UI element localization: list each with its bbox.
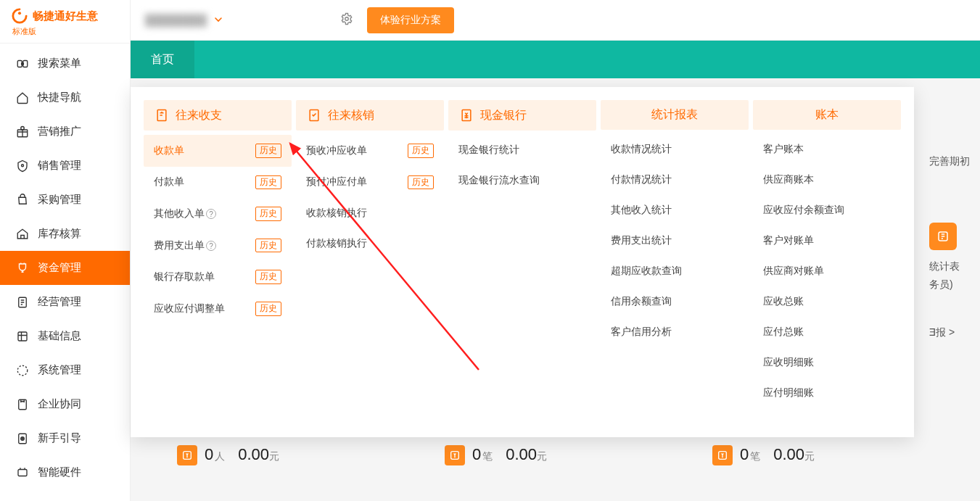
nav-item-3[interactable]: 销售管理	[0, 149, 130, 183]
history-tag[interactable]: 历史	[255, 207, 281, 221]
mega-menu: 往来收支收款单历史付款单历史其他收入单?历史费用支出单?历史银行存取款单历史应收…	[131, 87, 914, 437]
nav-item-6[interactable]: 资金管理	[0, 251, 130, 285]
mega-item[interactable]: 客户对账单	[753, 225, 901, 256]
mega-column-2: 现金银行现金银行统计现金银行流水查询	[448, 100, 596, 408]
mega-item-label: 客户信用分析	[611, 326, 672, 339]
mega-item[interactable]: 供应商对账单	[753, 256, 901, 286]
help-icon[interactable]: ?	[206, 241, 216, 251]
mega-item[interactable]: 现金银行统计	[448, 135, 596, 165]
nav-item-8[interactable]: 基础信息	[0, 319, 130, 353]
mega-column-title: 往来核销	[328, 108, 374, 123]
stat-icon	[445, 445, 465, 465]
nav-list: 搜索菜单快捷导航营销推广销售管理采购管理库存核算资金管理经营管理基础信息系统管理…	[0, 44, 130, 501]
svg-rect-12	[18, 469, 27, 476]
mega-column-title: 统计报表	[651, 107, 698, 123]
mega-item-label: 其他收入统计	[611, 204, 672, 217]
nav-item-10[interactable]: 企业协同	[0, 387, 130, 421]
mega-column-title: 现金银行	[480, 108, 527, 123]
mega-column-title: 往来收支	[176, 108, 222, 123]
nav-item-0[interactable]: 搜索菜单	[0, 46, 130, 80]
svg-rect-7	[18, 332, 27, 341]
mega-item-label: 应付明细账	[763, 386, 814, 399]
nav-item-12[interactable]: 智能硬件	[0, 455, 130, 489]
mega-item[interactable]: 收款情况统计	[601, 134, 749, 165]
help-icon[interactable]: ?	[206, 209, 216, 219]
stat-block: 0人0.00元	[177, 445, 416, 465]
tab-home[interactable]: 首页	[131, 41, 194, 78]
history-tag[interactable]: 历史	[255, 239, 281, 253]
history-tag[interactable]: 历史	[255, 302, 281, 316]
industry-plan-button[interactable]: 体验行业方案	[367, 7, 454, 33]
history-tag[interactable]: 历史	[408, 144, 434, 158]
mega-item[interactable]: 预付冲应付单历史	[296, 167, 444, 199]
mega-item[interactable]: 付款单历史	[144, 167, 292, 199]
nav-label: 经营管理	[38, 295, 81, 309]
nav-item-2[interactable]: 营销推广	[0, 115, 130, 149]
mega-item-label: 供应商账本	[763, 173, 814, 186]
mega-item[interactable]: 应收明细账	[753, 347, 901, 378]
nav-icon	[16, 364, 29, 377]
mega-item[interactable]: 预收冲应收单历史	[296, 135, 444, 167]
topbar: ████████ 体验行业方案	[131, 0, 980, 41]
svg-point-13	[345, 17, 349, 21]
sidebar: 畅捷通好生意 标准版 搜索菜单快捷导航营销推广销售管理采购管理库存核算资金管理经…	[0, 0, 131, 501]
mega-item[interactable]: 付款核销执行	[296, 228, 444, 259]
nav-label: 智能硬件	[38, 465, 81, 479]
mega-item[interactable]: 费用支出统计	[601, 225, 749, 256]
nav-icon	[16, 160, 29, 173]
nav-icon	[16, 398, 29, 411]
nav-icon	[16, 432, 29, 445]
cash-icon	[458, 107, 474, 123]
mega-item[interactable]: 费用支出单?历史	[144, 230, 292, 262]
mega-item[interactable]: 供应商账本	[753, 165, 901, 195]
mega-item[interactable]: 客户账本	[753, 134, 901, 165]
stat-block: 0笔0.00元	[712, 445, 951, 465]
stat-icon	[712, 445, 733, 465]
nav-label: 基础信息	[38, 329, 81, 343]
nav-icon	[16, 91, 29, 104]
nav-item-11[interactable]: 新手引导	[0, 421, 130, 455]
history-tag[interactable]: 历史	[408, 175, 434, 190]
history-tag[interactable]: 历史	[255, 144, 281, 158]
mega-item[interactable]: 客户信用分析	[601, 317, 749, 347]
history-tag[interactable]: 历史	[255, 270, 281, 284]
nav-item-4[interactable]: 采购管理	[0, 183, 130, 217]
mega-item[interactable]: 收款单历史	[144, 135, 292, 167]
mega-item[interactable]: 超期应收款查询	[601, 256, 749, 286]
history-tag[interactable]: 历史	[255, 175, 281, 190]
mega-item[interactable]: 应收总账	[753, 286, 901, 317]
nav-label: 快捷导航	[38, 91, 81, 104]
mega-item[interactable]: 银行存取款单历史	[144, 261, 292, 293]
nav-item-1[interactable]: 快捷导航	[0, 80, 130, 115]
mega-column-1: 往来核销预收冲应收单历史预付冲应付单历史收款核销执行付款核销执行	[296, 100, 444, 408]
mega-item[interactable]: 现金银行流水查询	[448, 165, 596, 196]
peek-text-3: 务员)	[929, 276, 980, 294]
mega-column-header: 现金银行	[448, 100, 596, 131]
org-selector[interactable]: ████████	[145, 14, 326, 26]
mega-item[interactable]: 收款核销执行	[296, 198, 444, 228]
nav-label: 资金管理	[38, 261, 81, 275]
nav-icon	[16, 466, 29, 479]
nav-icon	[16, 296, 29, 309]
mega-column-header: 账本	[753, 100, 901, 130]
mega-item[interactable]: 应收应付调整单历史	[144, 293, 292, 325]
nav-item-5[interactable]: 库存核算	[0, 217, 130, 251]
mega-item-label: 付款单	[154, 175, 184, 189]
mega-item[interactable]: 其他收入统计	[601, 195, 749, 225]
mega-item[interactable]: 付款情况统计	[601, 165, 749, 195]
right-cutoff-panel: 完善期初 统计表 务员) ∃报 >	[929, 87, 980, 341]
mega-item[interactable]: 应付明细账	[753, 378, 901, 408]
mega-item[interactable]: 其他收入单?历史	[144, 198, 292, 230]
peek-text-1: 完善期初	[929, 152, 980, 170]
mega-column-4: 账本客户账本供应商账本应收应付余额查询客户对账单供应商对账单应收总账应付总账应收…	[753, 100, 901, 408]
mega-item[interactable]: 应收应付余额查询	[753, 195, 901, 225]
nav-item-9[interactable]: 系统管理	[0, 353, 130, 387]
mega-item-label: 现金银行统计	[458, 144, 519, 157]
mega-item[interactable]: 应付总账	[753, 317, 901, 347]
stat-value: 0.00元	[238, 445, 279, 464]
org-name: ████████	[145, 14, 207, 26]
mega-item[interactable]: 信用余额查询	[601, 286, 749, 317]
settings-button[interactable]	[337, 10, 357, 30]
stat-count: 0人	[205, 445, 225, 464]
nav-item-7[interactable]: 经营管理	[0, 285, 130, 319]
